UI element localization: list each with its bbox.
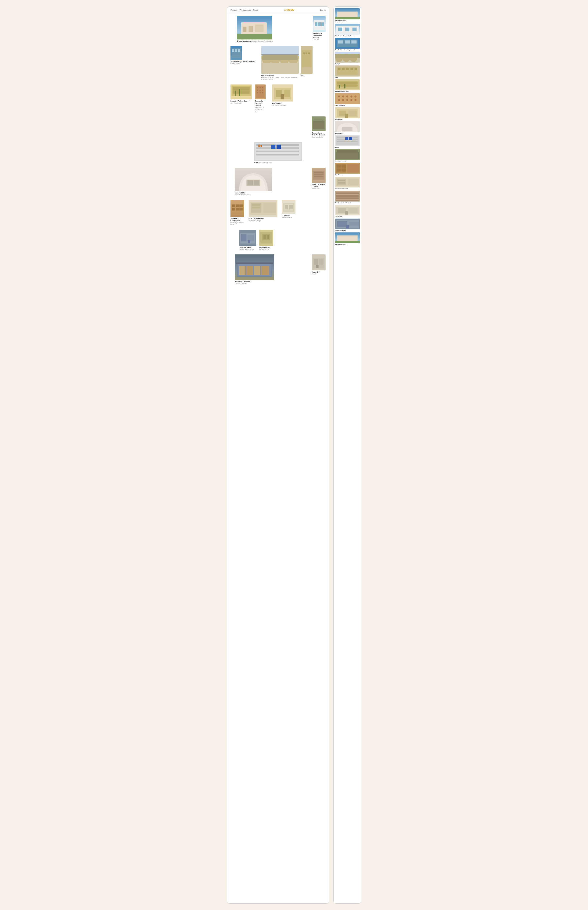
side-fcp-image[interactable] [335, 176, 360, 187]
moradia-caption: Moradia 210 / Thick Archi Integration [235, 192, 272, 196]
side-item-terracotta[interactable]: Terracotta House / [335, 93, 360, 106]
eden-caption: Eden Future Community Center / Lalallall… [313, 32, 326, 41]
fcp-item: Fiber Cement Panel / Riveloper Design [249, 200, 277, 222]
svg-rect-183 [342, 168, 346, 172]
palmeiral-image[interactable] [239, 230, 256, 246]
svg-rect-206 [337, 236, 358, 242]
svg-rect-10 [321, 23, 324, 26]
side-item-prrrr[interactable]: Prrrr [335, 65, 360, 79]
side-item-zinc[interactable]: Zinc Cladding Facade Systems / [335, 38, 360, 51]
side-glulam-image[interactable] [335, 191, 360, 202]
tinyblocks-image[interactable] [231, 200, 244, 217]
side-zinc-image[interactable] [335, 38, 360, 49]
moma-image[interactable] [254, 142, 302, 161]
nav-projects[interactable]: Projects [231, 9, 237, 11]
side-tinyblocks-caption: Tiny Blocks / [335, 174, 360, 176]
svg-rect-116 [316, 265, 318, 268]
insulated-image[interactable] [231, 84, 252, 99]
side-cortijo-image[interactable] [335, 52, 360, 63]
housejr-image[interactable] [312, 254, 326, 270]
svg-point-150 [338, 95, 340, 98]
glulam-caption: Glued Laminated Timber / Forest City [312, 183, 326, 189]
side-item-zhuhai[interactable]: Zhuhai Art Center / [335, 149, 360, 162]
svg-rect-139 [342, 68, 345, 70]
svg-point-44 [262, 90, 263, 91]
housejr-item: House Jr / Atriallt [312, 254, 326, 275]
svg-point-47 [262, 92, 263, 94]
side-eden-image[interactable] [335, 24, 360, 35]
zhuhai-item: Zhuhai-Jinwei Civic Art Center / Daisi A… [312, 116, 326, 138]
side-item-insulated[interactable]: Insulated Rolling Doors / [335, 79, 360, 92]
svg-rect-176 [337, 150, 358, 153]
side-item-brisas2[interactable]: Brisas Apartments / [335, 232, 360, 245]
side-tinyblocks-image[interactable] [335, 163, 360, 174]
svg-rect-15 [238, 49, 240, 52]
side-item-brisas[interactable]: Brisas Apartments / Design Group [335, 8, 360, 23]
svg-point-46 [260, 92, 261, 94]
side-item-glulam[interactable]: Glued Laminated Timber / [335, 191, 360, 204]
glulam-item: Glued Laminated Timber / Forest City [312, 168, 326, 189]
side-moma-image[interactable] [335, 135, 360, 146]
side-item-tinyblocks[interactable]: Tiny Blocks / [335, 163, 360, 176]
brisas-image[interactable] [237, 16, 272, 39]
side-zhuhai-image[interactable] [335, 149, 360, 160]
svg-point-154 [355, 95, 357, 98]
side-item-moradia[interactable]: Moradia 210 / [335, 121, 360, 134]
eyhouse-image[interactable] [282, 200, 296, 214]
side-item-ey[interactable]: EY House / [335, 205, 360, 218]
side-terracotta-image[interactable] [335, 93, 360, 104]
cortijo-image[interactable] [262, 46, 299, 74]
side-item-cortijo[interactable]: Cortijo / [335, 52, 360, 65]
insulated-caption: Insulated Rolling Doors / Sky Frame Arts [231, 100, 252, 104]
svg-rect-138 [338, 68, 341, 70]
svg-rect-98 [248, 240, 250, 243]
side-item-eden[interactable]: Eden Future Community Center / [335, 24, 360, 37]
svg-rect-187 [348, 179, 359, 186]
terracotta-image[interactable] [255, 84, 266, 99]
palmeiral-caption: Palmeiral House / Claudio Arroyo Porto [239, 246, 256, 251]
side-insulated-image[interactable] [335, 79, 360, 91]
moradia-image[interactable] [235, 168, 272, 191]
svg-rect-162 [339, 110, 346, 116]
side-palmeiral-image[interactable] [335, 218, 360, 230]
side-brisas2-image[interactable] [335, 232, 360, 243]
side-panel: Brisas Apartments / Design Group Eden Fu… [333, 6, 361, 904]
svg-rect-180 [337, 165, 341, 168]
svg-rect-166 [342, 127, 352, 131]
svg-point-153 [351, 95, 353, 98]
cortijo-item: Cortijo Belinena / FORM ARCHITECTURE, Cl… [262, 46, 299, 81]
side-brisas-image[interactable] [335, 8, 360, 19]
villa-image[interactable] [272, 84, 293, 102]
side-item-palmeiral[interactable]: Palmeiral House / [335, 218, 360, 231]
nav-professionals[interactable]: Professionals [240, 9, 251, 11]
svg-rect-65 [260, 145, 262, 147]
main-panel: Projects Professionals News ArchDaily Lo… [227, 6, 329, 904]
fcp-image[interactable] [249, 200, 277, 217]
momahouse-image[interactable] [259, 230, 273, 246]
svg-rect-198 [348, 208, 358, 213]
side-brisas-caption: Brisas Apartments / Design Group [335, 20, 360, 23]
svg-rect-129 [351, 40, 357, 44]
nav-news[interactable]: News [253, 9, 258, 11]
svg-rect-111 [236, 262, 273, 264]
eden-image[interactable] [313, 16, 326, 32]
palmeiral-item: Palmeiral House / Claudio Arroyo Porto [239, 230, 256, 251]
side-item-moma[interactable]: MoMa / [335, 135, 360, 148]
svg-rect-199 [345, 211, 348, 215]
side-moradia-image[interactable] [335, 121, 360, 132]
login-button[interactable]: Log In [320, 9, 326, 11]
side-prrrr-image[interactable] [335, 65, 360, 76]
zhuhai-image[interactable] [312, 116, 326, 131]
ianbrown-item: Ian Brown Canonica / Claudio Canonica [235, 254, 274, 285]
svg-rect-4 [255, 24, 263, 32]
prrrr-image[interactable] [301, 46, 313, 74]
side-item-villa[interactable]: Villa House / [335, 107, 360, 120]
svg-rect-192 [336, 195, 359, 197]
side-item-fcp[interactable]: Fiber Cement Panel / [335, 176, 360, 189]
svg-rect-55 [314, 119, 323, 122]
side-ey-image[interactable] [335, 205, 360, 216]
side-villa-image[interactable] [335, 107, 360, 118]
zinc-image[interactable] [231, 46, 242, 60]
glulam-image[interactable] [312, 168, 326, 183]
ianbrown-image[interactable] [235, 254, 274, 280]
